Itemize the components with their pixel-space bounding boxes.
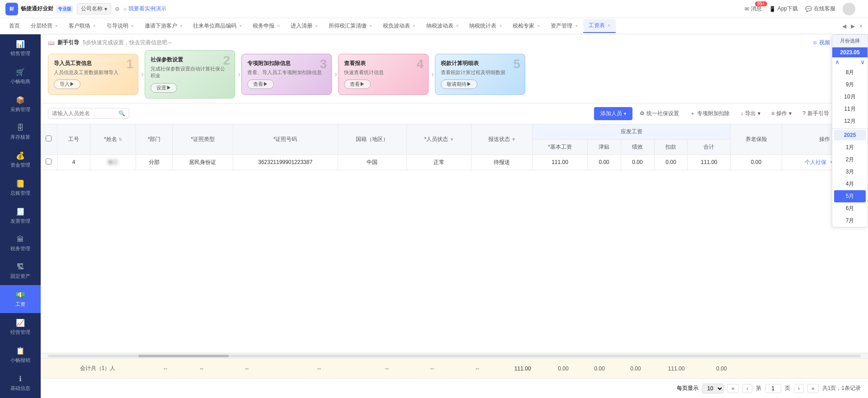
- month-prev-icon[interactable]: ∧: [835, 58, 840, 66]
- tab-customer[interactable]: 客户联络×: [63, 19, 101, 33]
- month-item-3[interactable]: 3月: [832, 166, 868, 178]
- page-input[interactable]: [765, 384, 781, 393]
- app-icon: 📱: [769, 6, 776, 12]
- month-item-6[interactable]: 6月: [832, 202, 868, 215]
- step-btn-2[interactable]: 设置▶: [151, 83, 177, 93]
- month-item-7[interactable]: 7月: [832, 215, 868, 227]
- month-item-5[interactable]: 5月: [834, 190, 866, 202]
- tabs-close-icon[interactable]: ×: [858, 22, 864, 30]
- app-download-button[interactable]: 📱 App下载: [769, 5, 798, 13]
- month-item-2[interactable]: 2月: [832, 154, 868, 166]
- tab-tax-stats[interactable]: 纳税统计表×: [464, 19, 507, 33]
- sidebar-item-operation[interactable]: 📈 经营管理: [0, 313, 41, 341]
- tab-codes[interactable]: 往来单位商品编码×: [188, 19, 247, 33]
- page-size-select[interactable]: 10 20 50: [702, 384, 724, 393]
- step-btn-4[interactable]: 查看▶: [344, 80, 371, 89]
- tab-tax-report[interactable]: 税务申报×: [247, 19, 285, 33]
- close-icon[interactable]: ×: [575, 23, 578, 28]
- pagination: 每页显示 10 20 50 « ‹ 第 页 › » 共1页，1条记录: [41, 378, 868, 398]
- tab-register[interactable]: 进入清册×: [285, 19, 323, 33]
- tab-tax-fluctuation[interactable]: 纳税波动表×: [421, 19, 464, 33]
- demo-link[interactable]: ○ 我要看实例演示: [123, 5, 166, 13]
- month-item-11[interactable]: 11月: [832, 103, 868, 115]
- settings-icon[interactable]: ⚙: [115, 6, 120, 12]
- tabs-next-icon[interactable]: ▶: [849, 22, 857, 30]
- video-link[interactable]: ⊙ 视频: [813, 39, 830, 47]
- tab-home[interactable]: 首页: [4, 19, 25, 33]
- close-icon[interactable]: ×: [93, 23, 96, 28]
- company-selector[interactable]: 公司名称 ▾: [77, 3, 111, 14]
- special-deduction-button[interactable]: ＋ 专项附加扣除: [686, 108, 733, 119]
- prev-page-button[interactable]: ‹: [742, 384, 752, 393]
- select-all-checkbox[interactable]: [46, 136, 52, 141]
- sidebar-item-tax[interactable]: 🏛 税务管理: [0, 230, 41, 258]
- step-btn-1[interactable]: 导入▶: [54, 80, 80, 89]
- month-item-8[interactable]: 8月: [832, 66, 868, 79]
- personal-insurance-link[interactable]: 个人社保: [805, 159, 826, 165]
- footer-base-salary: 111.00: [500, 365, 545, 372]
- month-item-1[interactable]: 1月: [832, 141, 868, 154]
- step-btn-5[interactable]: 敬请期待▶: [441, 80, 477, 89]
- month-next-icon[interactable]: ∨: [860, 58, 865, 66]
- sidebar-item-fixed-assets[interactable]: 🏗 固定资产: [0, 258, 41, 285]
- add-employee-button[interactable]: 添加人员 ▾: [594, 107, 632, 120]
- next-page-button[interactable]: ›: [794, 384, 804, 393]
- report-filter-icon[interactable]: ▼: [511, 137, 516, 142]
- close-icon[interactable]: ×: [608, 23, 610, 28]
- search-icon[interactable]: 🔍: [118, 110, 125, 117]
- close-icon[interactable]: ×: [131, 23, 134, 28]
- sidebar-item-finance[interactable]: 💰 资金管理: [0, 146, 41, 174]
- status-filter-icon[interactable]: ▼: [449, 137, 454, 142]
- export-button[interactable]: ↓ 导出 ▾: [737, 108, 764, 119]
- demo-icon: ○: [123, 6, 127, 12]
- close-icon[interactable]: ×: [55, 23, 58, 28]
- last-page-button[interactable]: »: [807, 384, 819, 393]
- search-box[interactable]: 🔍: [48, 108, 129, 119]
- close-icon[interactable]: ×: [369, 23, 372, 28]
- close-icon[interactable]: ×: [277, 23, 280, 28]
- close-icon[interactable]: ×: [239, 23, 242, 28]
- close-icon[interactable]: ×: [499, 23, 502, 28]
- sidebar-item-expense[interactable]: 📋 小畅报销: [0, 341, 41, 369]
- close-icon[interactable]: ×: [456, 23, 459, 28]
- close-icon[interactable]: ×: [537, 23, 540, 28]
- month-item-4[interactable]: 4月: [832, 178, 868, 190]
- tab-guide[interactable]: 引导说明×: [101, 19, 139, 33]
- sidebar-item-invoice[interactable]: 🧾 发票管理: [0, 202, 41, 230]
- close-icon[interactable]: ×: [315, 23, 318, 28]
- tab-invite[interactable]: 邀请下游客户×: [139, 19, 188, 33]
- guide-button[interactable]: ? 新手引导: [799, 108, 833, 119]
- step-btn-3[interactable]: 查看▶: [247, 80, 274, 89]
- sidebar-item-inventory[interactable]: 🗄 库存核算: [0, 118, 41, 146]
- name-sort-icon[interactable]: ⇅: [118, 137, 122, 142]
- tab-income-tax[interactable]: 所得税汇算清缴×: [323, 19, 377, 33]
- tab-tax-burden[interactable]: 税负波动表×: [377, 19, 421, 33]
- tabs-prev-icon[interactable]: ◀: [840, 22, 848, 30]
- avatar[interactable]: [843, 3, 855, 15]
- tab-layered[interactable]: 分层经营×: [25, 19, 63, 33]
- sidebar-item-sales[interactable]: 📊 销售管理: [0, 34, 41, 62]
- tab-assets[interactable]: 资产管理×: [545, 19, 583, 33]
- month-item-10[interactable]: 10月: [832, 91, 868, 103]
- month-item-9[interactable]: 9月: [832, 79, 868, 91]
- unified-settings-button[interactable]: ⚙ 统一社保设置: [636, 108, 683, 119]
- row-checkbox[interactable]: [46, 159, 52, 164]
- actions-button[interactable]: ≡ 操作 ▾: [768, 108, 795, 119]
- horizontal-scrollbar[interactable]: [41, 353, 868, 358]
- online-service-button[interactable]: 💬 在线客服: [805, 5, 835, 13]
- first-page-button[interactable]: «: [727, 384, 739, 393]
- tab-tax-expert[interactable]: 税检专家×: [507, 19, 545, 33]
- close-icon[interactable]: ×: [180, 23, 183, 28]
- sidebar-item-basic-info[interactable]: ℹ 基础信息: [0, 369, 41, 397]
- sidebar-item-salary[interactable]: 💵 工资: [0, 285, 41, 313]
- close-icon[interactable]: ×: [413, 23, 415, 28]
- sidebar-item-ledger[interactable]: 📒 总账管理: [0, 174, 41, 202]
- msg-button[interactable]: ✉ 消息 99+: [745, 5, 762, 13]
- month-item-12[interactable]: 12月: [832, 115, 868, 127]
- search-input[interactable]: [52, 110, 116, 117]
- sidebar-item-ecommerce[interactable]: 🛒 小畅电商: [0, 62, 41, 90]
- scroll-thumb[interactable]: [138, 355, 229, 357]
- sidebar-item-purchase[interactable]: 📦 采购管理: [0, 90, 41, 118]
- guide-title-text: 新手引导: [57, 39, 79, 47]
- tab-salary[interactable]: 工资表×: [583, 19, 616, 33]
